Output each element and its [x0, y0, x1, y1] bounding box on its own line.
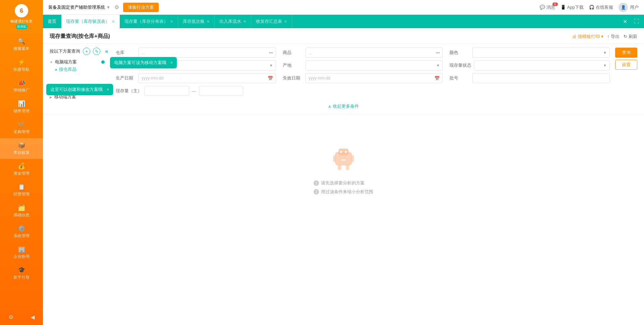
sidebar-logo: 6 畅捷通好生意 标准版: [0, 0, 43, 33]
reset-button[interactable]: 设置: [615, 60, 637, 70]
app-download-button[interactable]: 📱 App下载: [560, 4, 584, 10]
stock-qty-max-input[interactable]: [199, 86, 244, 96]
sidebar-collapse-button[interactable]: ◀: [29, 313, 36, 322]
tab-batch-ledger[interactable]: 库存批次账 ✕: [178, 15, 215, 28]
filter-header: 按以下方案查询 + ✎ «: [50, 48, 110, 55]
empty-state: 请先选择要分析的方案 用过滤条件来缩小分析范围: [43, 115, 644, 223]
sidebar-nav: 🔍 搜索菜单 ⚡ 快捷导航 📣 营销推广 📊 销售管理 🛒 采购管理 📦 库存核…: [0, 33, 43, 309]
sidebar-item-label: 搜索菜单: [13, 46, 30, 52]
edit-scheme-button[interactable]: ✎: [93, 48, 100, 55]
sidebar-item-label: 经营管理: [13, 192, 30, 197]
tab-close-icon[interactable]: ✕: [207, 19, 210, 24]
tab-receive-summary[interactable]: 收发存汇总表 ✕: [251, 15, 292, 28]
tab-inventory-dist[interactable]: 现存量（库存分布表） ✕: [120, 15, 178, 28]
purchase-icon: 🛒: [18, 121, 25, 128]
tab-close-icon[interactable]: ✕: [284, 19, 287, 24]
calendar-icon[interactable]: 📅: [434, 76, 440, 81]
refresh-button[interactable]: ↻ 刷新: [624, 34, 637, 40]
tab-home[interactable]: 首页: [43, 15, 61, 28]
calendar-icon[interactable]: 📅: [268, 76, 273, 81]
query-button[interactable]: 查询: [615, 48, 637, 58]
warehouse-input[interactable]: ... •••: [139, 48, 276, 58]
scheme-item[interactable]: ● 按仓库品: [55, 66, 110, 73]
tab-maximize-button[interactable]: ⛶: [632, 18, 641, 25]
stock-status-select[interactable]: ▼: [474, 60, 610, 70]
empty-tip-1: 请先选择要分析的方案: [314, 179, 373, 187]
sidebar-item-sales[interactable]: 📊 销售管理: [0, 97, 43, 117]
enterprise-icon: 🏢: [18, 246, 25, 253]
export-button[interactable]: ↑ 导出: [607, 34, 620, 40]
sidebar-item-marketing[interactable]: 📣 营销推广: [0, 76, 43, 97]
tab-close-all-button[interactable]: ✕: [621, 18, 629, 25]
page-content: 现存量查询(按仓库+商品) 🖨 按模板打印 ▾ ↑ 导出 ↻ 刷新: [43, 28, 644, 325]
tab-close-icon[interactable]: ✕: [243, 19, 246, 24]
sidebar-item-system[interactable]: ⚙️ 系统管理: [0, 221, 43, 242]
main-content: 装备及固定资产辅助管理系统 ▼ ⚙ 体验行业方案 💬 消息 6 📱 App下载 …: [43, 0, 644, 325]
collapse-row: ∧ 收起更多条件: [50, 101, 637, 111]
industry-plan-button[interactable]: 体验行业方案: [123, 3, 159, 12]
stock-qty-min-input[interactable]: [145, 86, 189, 96]
basic-icon: 🗂️: [18, 204, 25, 211]
goods-label: 商品: [283, 50, 303, 56]
system-title-select[interactable]: 装备及固定资产辅助管理系统 ▼: [48, 4, 110, 10]
tooltip-close-button[interactable]: ×: [170, 60, 173, 65]
batch-no-label: 批号: [449, 75, 470, 81]
operation-icon: 📋: [18, 183, 25, 191]
sidebar-item-enterprise[interactable]: 🏢 企业协同: [0, 242, 43, 263]
notification-button[interactable]: 💬 消息 6: [540, 4, 555, 10]
empty-tips: 请先选择要分析的方案 用过滤条件来缩小分析范围: [314, 179, 373, 196]
tab-batch-ledger-label: 库存批次账: [183, 18, 205, 24]
filter-stock-status: 现存量状态 ▼: [449, 60, 610, 70]
quick-icon: ⚡: [18, 58, 25, 66]
exp-date-label: 失效日期: [283, 75, 303, 81]
sidebar-item-finance[interactable]: 💰 资金管理: [0, 159, 43, 180]
tab-inout-flow[interactable]: 出入库流水 ✕: [215, 15, 251, 28]
empty-illustration: [328, 142, 359, 172]
tab-inventory-status[interactable]: 现存量（库存状况表） ✕: [61, 15, 120, 28]
filter-top: 按以下方案查询 + ✎ « 电脑方案可设为移动方案哦 ×: [50, 48, 637, 101]
scheme-name-label: 按仓库品: [59, 66, 76, 72]
prod-date-input[interactable]: yyyy-mm-dd 📅: [139, 73, 276, 83]
settings-icon[interactable]: ⚙: [114, 4, 119, 10]
stock-status-label: 现存量状态: [449, 62, 471, 68]
tab-home-label: 首页: [48, 18, 56, 24]
tab-close-icon[interactable]: ✕: [170, 19, 173, 24]
batch-no-input[interactable]: [472, 73, 610, 83]
logo-icon: 6: [15, 4, 28, 17]
filter-row-2: 尺码 ▼ 产地 ▼: [116, 60, 610, 70]
sidebar-item-search[interactable]: 🔍 搜索菜单: [0, 34, 43, 55]
color-select[interactable]: ▼: [472, 48, 610, 58]
exp-date-input[interactable]: yyyy-mm-dd 📅: [306, 73, 443, 83]
sidebar-item-guide[interactable]: 🎓 新手引导: [0, 263, 43, 284]
origin-select[interactable]: ▼: [306, 60, 443, 70]
tab-close-icon[interactable]: ✕: [112, 19, 115, 24]
dot-indicator: [101, 60, 105, 64]
back-scheme-button[interactable]: «: [103, 48, 110, 55]
sidebar-item-purchase[interactable]: 🛒 采购管理: [0, 117, 43, 138]
sidebar-item-operation[interactable]: 📋 经营管理: [0, 180, 43, 201]
printer-icon: 🖨: [572, 34, 577, 39]
svg-rect-5: [333, 155, 336, 162]
chevron-up-icon: ∧: [328, 104, 331, 109]
sidebar-item-inventory[interactable]: 📦 库存核算: [0, 138, 43, 159]
avatar: 👤: [619, 3, 628, 12]
print-button[interactable]: 🖨 按模板打印 ▾: [572, 34, 603, 40]
sidebar-item-basic[interactable]: 🗂️ 基础信息: [0, 201, 43, 221]
add-scheme-button[interactable]: +: [83, 48, 90, 55]
online-service-button[interactable]: 🎧 在线客服: [589, 4, 613, 10]
sidebar-item-quick[interactable]: ⚡ 快捷导航: [0, 55, 43, 76]
sidebar-settings-button[interactable]: ⚙: [7, 313, 15, 322]
goods-input[interactable]: ... •••: [306, 48, 443, 58]
system-title-text: 装备及固定资产辅助管理系统: [48, 4, 105, 10]
collapse-button[interactable]: ∧ 收起更多条件: [328, 103, 359, 109]
user-area[interactable]: 👤 用户: [619, 3, 639, 12]
chevron-down-icon: ▼: [269, 63, 273, 67]
tab-bar-end: ✕ ⛶: [621, 18, 644, 25]
tooltip-close-button2[interactable]: ×: [107, 87, 109, 92]
headset-icon: 🎧: [589, 5, 594, 10]
sidebar-item-label: 资金管理: [13, 171, 30, 176]
sidebar-footer: ⚙ ◀: [0, 309, 43, 325]
warehouse-label: 仓库: [116, 50, 136, 56]
svg-rect-1: [338, 149, 348, 155]
title-actions: 🖨 按模板打印 ▾ ↑ 导出 ↻ 刷新: [572, 34, 638, 40]
